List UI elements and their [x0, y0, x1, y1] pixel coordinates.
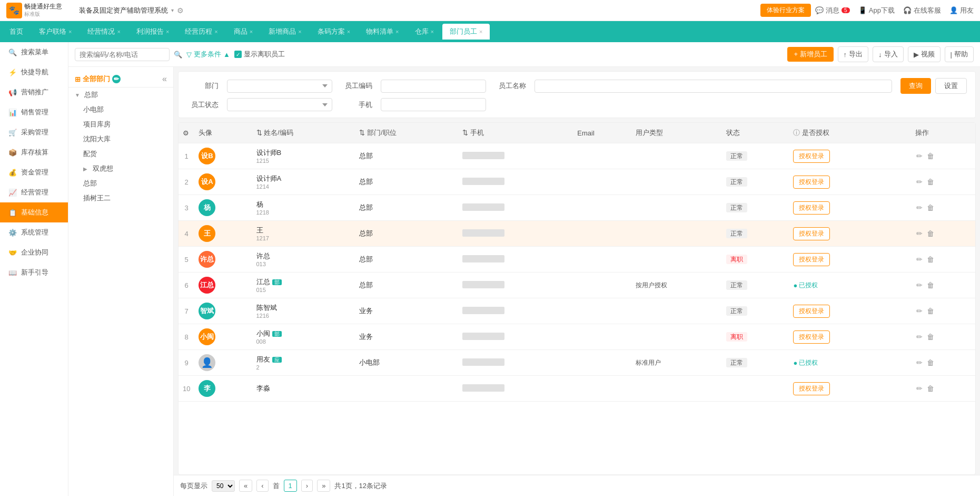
search-input[interactable] [75, 48, 170, 61]
delete-button[interactable]: 🗑 [927, 178, 934, 186]
dept-node-shuanghu[interactable]: ▶ 双虎想 [73, 161, 173, 176]
tab-barcode[interactable]: 条码方案 × [310, 24, 358, 40]
online-service-item[interactable]: 🎧 在线客服 [903, 6, 941, 15]
auth-login-button[interactable]: 授权登录 [793, 201, 830, 215]
sidebar-item-guide[interactable]: 📖 新手引导 [0, 262, 68, 283]
close-icon[interactable]: × [395, 28, 399, 35]
delete-button[interactable]: 🗑 [927, 307, 934, 315]
dept-filter-select[interactable] [227, 80, 332, 93]
export-button[interactable]: ↑ 导出 [838, 46, 869, 62]
close-icon[interactable]: × [68, 28, 72, 35]
tab-goods[interactable]: 商品 × [226, 24, 260, 40]
tab-home[interactable]: 首页 [2, 24, 31, 40]
gear-icon[interactable]: ⚙ [177, 6, 184, 15]
auth-login-button[interactable]: 授权登录 [793, 150, 830, 163]
emp-name-input[interactable] [534, 80, 892, 93]
edit-button[interactable]: ✏ [916, 358, 923, 367]
per-page-select[interactable]: 50 [212, 480, 235, 492]
auth-login-button[interactable]: 授权登录 [793, 253, 830, 266]
tab-operation[interactable]: 经营情况 × [80, 24, 127, 40]
close-icon[interactable]: × [166, 28, 169, 35]
emp-code-input[interactable] [381, 80, 486, 93]
dept-node-shenyang[interactable]: 沈阳大库 [73, 132, 173, 147]
close-icon[interactable]: × [479, 28, 482, 35]
dept-node-project[interactable]: 项目库房 [73, 117, 173, 132]
delete-button[interactable]: 🗑 [927, 203, 934, 212]
dept-node-headquarters[interactable]: ▼ 总部 [68, 87, 173, 102]
trial-button[interactable]: 体验行业方案 [760, 4, 811, 17]
delete-button[interactable]: 🗑 [927, 384, 934, 393]
user-item[interactable]: 👤 用友 [949, 6, 974, 15]
sidebar-item-inventory[interactable]: 📦 库存核算 [0, 142, 68, 162]
phone-input[interactable] [381, 98, 486, 111]
sidebar-item-base[interactable]: 📋 基础信息 [0, 202, 68, 222]
close-icon[interactable]: × [347, 28, 350, 35]
auth-login-button[interactable]: 授权登录 [793, 176, 830, 189]
auth-login-button[interactable]: 授权登录 [793, 382, 830, 395]
close-icon[interactable]: × [214, 28, 217, 35]
auth-login-button[interactable]: 授权登录 [793, 330, 830, 344]
edit-button[interactable]: ✏ [916, 333, 923, 341]
tab-history[interactable]: 经营历程 × [177, 24, 225, 40]
edit-button[interactable]: ✏ [916, 178, 923, 186]
sidebar-item-finance[interactable]: 💰 资金管理 [0, 162, 68, 182]
tab-bom[interactable]: 物料清单 × [359, 24, 406, 40]
tab-customer[interactable]: 客户联络 × [32, 24, 79, 40]
delete-button[interactable]: 🗑 [927, 333, 934, 341]
close-icon[interactable]: × [117, 28, 120, 35]
last-page-button[interactable]: » [317, 480, 330, 492]
close-icon[interactable]: × [298, 28, 301, 35]
edit-button[interactable]: ✏ [916, 203, 923, 212]
delete-button[interactable]: 🗑 [927, 358, 934, 367]
help-button[interactable]: | 帮助 [945, 46, 974, 62]
add-employee-button[interactable]: + 新增员工 [787, 47, 833, 62]
delete-button[interactable]: 🗑 [927, 281, 934, 289]
import-button[interactable]: ↓ 导入 [873, 46, 904, 62]
edit-button[interactable]: ✏ [916, 255, 923, 264]
set-button[interactable]: 设置 [935, 78, 967, 94]
collapse-sidebar-button[interactable]: « [162, 74, 167, 84]
emp-status-select[interactable] [227, 98, 332, 111]
next-page-button[interactable]: › [301, 480, 313, 492]
sidebar-item-collab[interactable]: 🤝 企业协同 [0, 242, 68, 262]
close-icon[interactable]: × [250, 28, 253, 35]
col-phone[interactable]: ⇅ 手机 [458, 123, 573, 143]
tab-dept-staff[interactable]: 部门员工 × [442, 24, 490, 40]
sidebar-item-system[interactable]: ⚙️ 系统管理 [0, 222, 68, 242]
edit-button[interactable]: ✏ [916, 229, 923, 238]
app-download-item[interactable]: 📱 App下载 [858, 6, 895, 15]
dept-node-chashuwang[interactable]: 插树王二 [73, 191, 173, 206]
dept-node-xiao-dian[interactable]: 小电部 [73, 102, 173, 117]
sidebar-item-sales[interactable]: 📊 销售管理 [0, 102, 68, 122]
sidebar-item-marketing[interactable]: 📢 营销推广 [0, 82, 68, 102]
delete-button[interactable]: 🗑 [927, 255, 934, 264]
dept-node-zongbu[interactable]: 总部 [73, 176, 173, 191]
sidebar-item-mgmt[interactable]: 📈 经营管理 [0, 182, 68, 202]
video-button[interactable]: ▶ 视频 [908, 46, 941, 62]
current-page[interactable]: 1 [284, 480, 297, 492]
show-resigned-checkbox[interactable]: ✓ 显示离职员工 [234, 50, 285, 59]
col-name[interactable]: ⇅ 姓名/编码 [252, 123, 355, 143]
col-settings[interactable]: ⚙ [179, 123, 194, 143]
delete-button[interactable]: 🗑 [927, 229, 934, 238]
tab-warehouse[interactable]: 仓库 × [408, 24, 441, 40]
message-item[interactable]: 💬 消息 5 [815, 6, 850, 15]
dept-node-peihuo[interactable]: 配货 [73, 147, 173, 161]
edit-button[interactable]: ✏ [916, 307, 923, 315]
more-filter[interactable]: ▽ 更多条件 ▲ [186, 50, 230, 59]
sidebar-item-purchase[interactable]: 🛒 采购管理 [0, 122, 68, 142]
edit-button[interactable]: ✏ [916, 152, 923, 160]
query-button[interactable]: 查询 [900, 78, 931, 94]
close-icon[interactable]: × [431, 28, 434, 35]
edit-button[interactable]: ✏ [916, 281, 923, 289]
edit-button[interactable]: ✏ [916, 384, 923, 393]
info-icon[interactable]: ⓘ [793, 129, 800, 137]
first-page-button[interactable]: « [239, 480, 252, 492]
tab-new-goods[interactable]: 新增商品 × [261, 24, 309, 40]
tab-profit[interactable]: 利润报告 × [129, 24, 176, 40]
auth-login-button[interactable]: 授权登录 [793, 305, 830, 318]
auth-login-button[interactable]: 授权登录 [793, 227, 830, 240]
search-button[interactable]: 🔍 [174, 51, 182, 59]
sys-dropdown-arrow[interactable]: ▾ [171, 7, 174, 13]
sidebar-item-quicknav[interactable]: ⚡ 快捷导航 [0, 62, 68, 82]
